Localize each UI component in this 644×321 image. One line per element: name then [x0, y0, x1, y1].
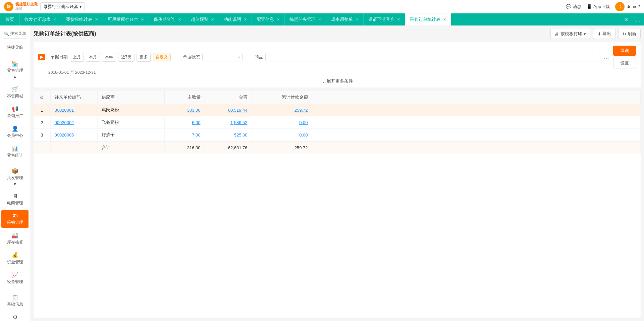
table-row: 3 00020005 好孩子 7.00 525.80 0.00 — [34, 129, 641, 142]
tab-yaohuodantongjibiao[interactable]: 要货单统计表 ✕ — [61, 13, 103, 25]
tab-gongnengshuo[interactable]: 功能说明 ✕ — [219, 13, 252, 25]
stats-icon: 📊 — [12, 145, 18, 152]
sidebar-item-zijinguanli[interactable]: 💰 资金管理 — [0, 249, 30, 268]
sidebar-item-pifaguanli[interactable]: 📦 批发管理 ▼ — [0, 164, 30, 190]
footer-cell-empty — [34, 141, 50, 154]
sidebar-item-diansguanli[interactable]: 🖥 电商管理 — [0, 190, 30, 209]
cell-qty-2: 6.00 — [164, 116, 205, 129]
query-btn[interactable]: 查询 — [613, 46, 636, 56]
sidebar-item-kukucunhejue[interactable]: 🏭 库存核算 — [0, 229, 30, 249]
tab-close-icon[interactable]: ✕ — [53, 17, 56, 22]
col-header-qty: 主数量 — [164, 91, 205, 104]
sidebar-item-jingyngguanli[interactable]: 📈 经营管理 — [0, 268, 30, 288]
tab-peizhi[interactable]: 配置信息 ✕ — [252, 13, 285, 25]
tab-maximize-btn[interactable]: ⛶ — [632, 13, 644, 25]
page-title: 采购订单统计表(按供应商) — [34, 31, 96, 38]
expand-toggle-btn[interactable]: ▶ — [38, 54, 45, 60]
page-header: 采购订单统计表(按供应商) 🖨 按模板打印 ▾ ⬇ 导出 ↻ 刷新 — [34, 29, 641, 39]
sidebar-item-lingshoushangcheng[interactable]: 🛒 零售商城 — [0, 83, 30, 102]
tab-close-icon[interactable]: ✕ — [318, 17, 321, 22]
tab-close-icon[interactable]: ✕ — [443, 17, 446, 22]
tab-close-icon[interactable]: ✕ — [178, 17, 181, 22]
code-link-1[interactable]: 00020001 — [55, 108, 74, 113]
tab-baozhiqichaxun[interactable]: 保质期查询 ✕ — [149, 13, 186, 25]
settings-btn[interactable]: 设置 — [613, 58, 636, 68]
sidebar-item-caigouguanli[interactable]: 🛍 采购管理 — [1, 210, 29, 228]
qty-link-1[interactable]: 303.00 — [187, 108, 201, 113]
tab-chengbentiaoz[interactable]: 成本调整单 ✕ — [326, 13, 364, 25]
paid-link-3[interactable]: 0.00 — [299, 132, 308, 138]
tab-yaoqing[interactable]: 邀请下游客户 ✕ — [364, 13, 405, 25]
amount-link-1[interactable]: 60,519.44 — [228, 108, 248, 113]
action-btns: 查询 设置 — [613, 46, 636, 68]
search-menu-btn[interactable]: 🔍 搜索菜单 — [3, 29, 27, 39]
sidebar-item-huiyuanzhongxin[interactable]: 👤 会员中心 — [0, 122, 30, 142]
tab-close-all-btn[interactable]: ✕ — [620, 13, 632, 25]
expand-more-btn[interactable]: ⌄ 展开更多条件 — [322, 78, 353, 84]
sidebar-item-xitonguanli[interactable]: ⚙ 系统管理 — [0, 311, 30, 321]
cell-seq-1: 1 — [34, 104, 50, 116]
qty-link-3[interactable]: 7.00 — [192, 132, 200, 138]
logo-icon: 好 — [4, 2, 13, 11]
tab-home[interactable]: 首页 — [0, 13, 20, 25]
tab-pihuo[interactable]: 拣货任务管理 ✕ — [285, 13, 326, 25]
shortcut-nav-btn[interactable]: 快捷导航 — [3, 43, 27, 52]
export-btn[interactable]: ⬇ 导出 — [593, 29, 615, 39]
cell-supplier-1: 惠氏奶粉 — [97, 104, 164, 116]
cell-supplier-3: 好孩子 — [97, 129, 164, 142]
tab-close-icon[interactable]: ✕ — [141, 17, 144, 22]
date-btn-this-month[interactable]: 本月 — [86, 53, 100, 62]
date-btn-custom[interactable]: 自定义 — [153, 53, 171, 61]
tab-caigoutongji[interactable]: 采购订单统计表 ✕ — [405, 13, 451, 25]
table-row: 1 00020001 惠氏奶粉 303.00 60,519.44 259.72 — [34, 104, 641, 116]
tab-shoufahuizonggbiao[interactable]: 收发存汇总表 ✕ — [20, 13, 61, 25]
tab-close-icon[interactable]: ✕ — [211, 17, 214, 22]
footer-amount: 62,631.76 — [205, 141, 252, 154]
goods-input[interactable] — [265, 53, 600, 61]
amount-link-3[interactable]: 525.80 — [234, 132, 248, 138]
print-btn[interactable]: 🖨 按模板打印 ▾ — [550, 29, 590, 39]
cell-supplier-2: 飞鹤奶粉 — [97, 116, 164, 129]
dropdown-arrow-icon: ▾ — [584, 32, 586, 37]
tab-close-icon[interactable]: ✕ — [244, 17, 247, 22]
sidebar-item-lingshougguanli[interactable]: 🏪 零售管理 ▲ — [0, 57, 30, 83]
tab-keyongliangrezhangben[interactable]: 可用量库存账本 ✕ — [103, 13, 149, 25]
top-bar-right: 💬 消息 📱 App下载 D demo2 — [566, 2, 640, 11]
tab-close-icon[interactable]: ✕ — [397, 17, 400, 22]
tab-chaochuyujing[interactable]: 超储预警 ✕ — [186, 13, 219, 25]
date-btn-this-year[interactable]: 本年 — [102, 53, 116, 62]
tab-close-icon[interactable]: ✕ — [356, 17, 359, 22]
status-select[interactable] — [202, 53, 243, 61]
code-link-2[interactable]: 00020002 — [55, 120, 74, 125]
filter-row-1: ▶ 单据日期 上月 本月 本年 近7天 更多 自定义 单据状态 — [38, 46, 636, 68]
amount-link-2[interactable]: 1,586.52 — [230, 120, 248, 125]
sidebar-item-lingshoutongji[interactable]: 📊 零售统计 — [0, 142, 30, 162]
date-btn-more[interactable]: 更多 — [137, 53, 151, 62]
footer-qty: 316.00 — [164, 141, 205, 154]
tab-close-icon[interactable]: ✕ — [277, 17, 280, 22]
goods-input-more-icon[interactable]: … — [604, 54, 609, 60]
tab-close-icon[interactable]: ✕ — [95, 17, 98, 22]
nav-tabs: 首页 收发存汇总表 ✕ 要货单统计表 ✕ 可用量库存账本 ✕ 保质期查询 ✕ 超… — [0, 13, 644, 25]
messages-btn[interactable]: 💬 消息 — [566, 4, 581, 10]
export-icon: ⬇ — [597, 32, 601, 37]
top-bar: 好 畅捷通好生意 标版 母婴行业演示账套 ▾ 💬 消息 📱 App下载 D de… — [0, 0, 644, 13]
sidebar-item-yingxiaotugguang[interactable]: 📢 营销推广 — [0, 102, 30, 122]
refresh-btn[interactable]: ↻ 刷新 — [618, 29, 641, 39]
date-btn-prev-month[interactable]: 上月 — [70, 53, 84, 62]
paid-link-2[interactable]: 0.00 — [299, 120, 308, 125]
paid-link-1[interactable]: 259.72 — [294, 108, 308, 113]
table-footer: 合计 316.00 62,631.76 259.72 — [34, 141, 641, 154]
sidebar-item-jichuxinxi[interactable]: 📋 基础信息 — [0, 291, 30, 311]
workspace-selector[interactable]: 母婴行业演示账套 ▾ — [40, 2, 85, 11]
code-link-3[interactable]: 00020005 — [55, 132, 74, 138]
main-layout: 🔍 搜索菜单 快捷导航 🏪 零售管理 ▲ 🛒 零售商城 📢 营销推广 👤 会员中… — [0, 25, 644, 321]
app-download-btn[interactable]: 📱 App下载 — [587, 4, 610, 10]
chevron-down-icon-2: ⌄ — [322, 79, 325, 84]
date-btn-7days[interactable]: 近7天 — [118, 53, 135, 62]
status-filter: 单据状态 — [183, 53, 243, 61]
date-filter: 单据日期 上月 本月 本年 近7天 更多 自定义 — [50, 53, 171, 62]
user-menu[interactable]: D demo2 — [615, 2, 640, 11]
table-settings-icon[interactable]: ⚙ — [40, 95, 44, 100]
qty-link-2[interactable]: 6.00 — [192, 120, 200, 125]
